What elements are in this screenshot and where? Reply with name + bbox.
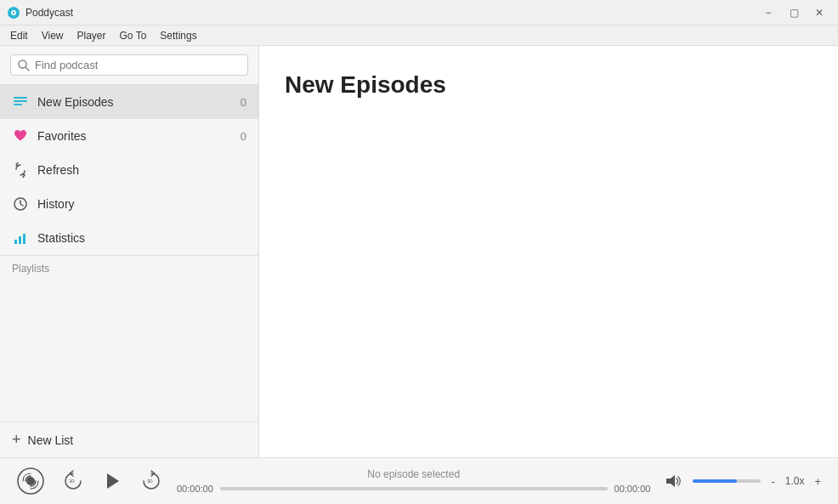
svg-text:30: 30 <box>147 479 153 484</box>
svg-rect-9 <box>14 240 17 244</box>
new-list-button[interactable]: + New List <box>0 422 258 457</box>
search-wrapper[interactable] <box>10 54 248 76</box>
refresh-icon <box>12 161 29 178</box>
sidebar-item-history[interactable]: History <box>0 187 258 221</box>
favorites-icon <box>12 127 29 144</box>
svg-rect-11 <box>23 234 25 244</box>
window-controls: − ▢ ✕ <box>756 4 831 21</box>
rewind-icon: 30 <box>61 469 85 493</box>
player-bar: 30 30 No episode selected 00:00:00 00:00… <box>0 457 838 504</box>
sidebar-item-refresh[interactable]: Refresh <box>0 153 258 187</box>
podcast-icon <box>17 467 44 495</box>
forward-button[interactable]: 30 <box>136 466 167 496</box>
history-icon <box>12 195 29 212</box>
svg-point-13 <box>26 477 35 485</box>
statistics-icon <box>12 229 29 246</box>
main-area: New Episodes 0 Favorites 0 <box>0 46 838 457</box>
menu-player[interactable]: Player <box>70 28 112 43</box>
title-bar-left: Poddycast <box>7 6 73 20</box>
svg-rect-5 <box>14 97 27 99</box>
sidebar-item-favorites[interactable]: Favorites 0 <box>0 119 258 153</box>
sidebar: New Episodes 0 Favorites 0 <box>0 46 259 457</box>
svg-rect-7 <box>14 104 22 105</box>
svg-point-2 <box>13 11 14 13</box>
new-list-label: New List <box>28 433 74 447</box>
time-end: 00:00:00 <box>614 484 651 494</box>
playlists-label: Playlists <box>12 263 246 275</box>
forward-icon: 30 <box>139 469 163 493</box>
search-input[interactable] <box>35 59 241 71</box>
play-icon <box>102 471 122 491</box>
new-episodes-count: 0 <box>241 96 246 109</box>
speed-minus-button[interactable]: - <box>767 473 778 490</box>
maximize-button[interactable]: ▢ <box>782 4 806 21</box>
speed-label: 1.0x <box>785 475 805 487</box>
svg-marker-15 <box>107 473 119 489</box>
volume-track[interactable] <box>693 479 761 483</box>
app-title: Poddycast <box>25 7 73 19</box>
close-button[interactable]: ✕ <box>807 4 831 21</box>
svg-rect-6 <box>14 100 27 102</box>
player-status: No episode selected <box>367 468 460 480</box>
menu-edit[interactable]: Edit <box>3 28 35 43</box>
new-episodes-icon <box>12 93 29 110</box>
search-bar <box>0 46 258 85</box>
player-center: No episode selected 00:00:00 00:00:00 <box>177 468 650 494</box>
volume-button[interactable] <box>660 468 686 494</box>
sidebar-item-new-episodes[interactable]: New Episodes 0 <box>0 85 258 119</box>
volume-fill <box>693 479 737 483</box>
sidebar-item-statistics[interactable]: Statistics <box>0 221 258 255</box>
svg-text:30: 30 <box>69 479 75 484</box>
player-right: - 1.0x + <box>660 468 824 494</box>
content-area: New Episodes <box>259 46 838 457</box>
menu-bar: Edit View Player Go To Settings <box>0 25 838 46</box>
speed-plus-button[interactable]: + <box>811 473 824 490</box>
menu-settings[interactable]: Settings <box>153 28 203 43</box>
rewind-button[interactable]: 30 <box>58 466 88 496</box>
podcast-button[interactable] <box>14 464 48 498</box>
minimize-button[interactable]: − <box>756 4 780 21</box>
nav-items: New Episodes 0 Favorites 0 <box>0 85 258 255</box>
menu-view[interactable]: View <box>35 28 71 43</box>
search-icon <box>18 59 30 71</box>
title-bar: Poddycast − ▢ ✕ <box>0 0 838 25</box>
svg-rect-10 <box>19 236 21 244</box>
svg-line-4 <box>25 67 29 71</box>
plus-icon: + <box>12 431 21 449</box>
favorites-label: Favorites <box>37 129 232 143</box>
player-progress: 00:00:00 00:00:00 <box>177 484 650 494</box>
svg-marker-17 <box>666 475 675 487</box>
history-label: History <box>37 197 246 211</box>
playlists-section: Playlists <box>0 255 258 422</box>
favorites-count: 0 <box>241 130 246 143</box>
time-start: 00:00:00 <box>177 484 213 494</box>
statistics-label: Statistics <box>37 231 246 245</box>
menu-goto[interactable]: Go To <box>113 28 154 43</box>
volume-icon <box>664 472 682 490</box>
progress-track[interactable] <box>220 487 608 490</box>
page-title: New Episodes <box>285 71 813 99</box>
new-episodes-label: New Episodes <box>37 95 232 109</box>
app-icon <box>7 6 20 20</box>
refresh-label: Refresh <box>37 163 246 177</box>
play-button[interactable] <box>99 467 126 495</box>
